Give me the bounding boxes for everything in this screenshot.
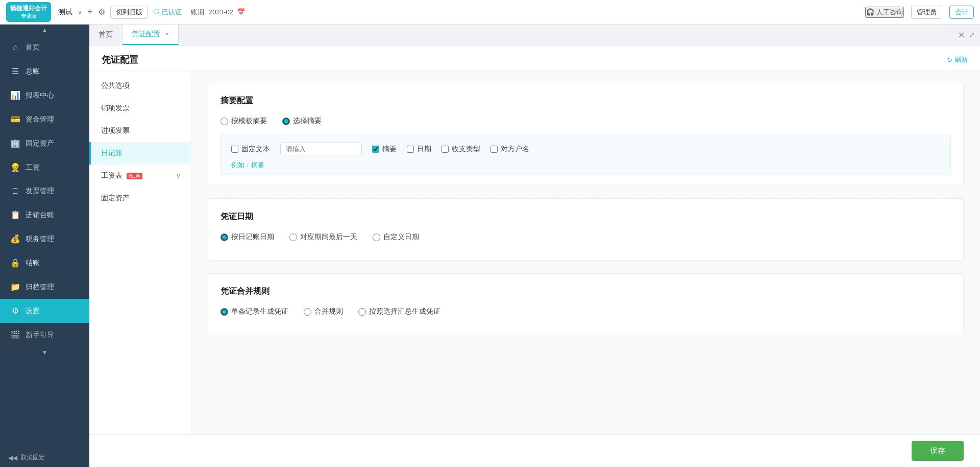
project-chevron-icon[interactable]: ∨ (78, 9, 82, 16)
left-nav-payroll-table[interactable]: 工资表 NEW ∨ (89, 165, 191, 187)
checkbox-summary[interactable]: 摘要 (372, 145, 397, 154)
config-layout: 公共选项 销项发票 进项发票 日记账 工资表 NEW (89, 71, 980, 434)
sidebar-item-guide[interactable]: 🎬 新手引导 (0, 323, 89, 347)
logo-edition: 专业版 (21, 13, 36, 20)
top-bar: 畅捷通好会计 专业版 测试 ∨ + ⚙ 切到旧版 🛡 已认证 账期 2023-0… (0, 0, 980, 25)
radio-merge-rule[interactable]: 合并规则 (304, 307, 343, 316)
checkbox-fixed-text[interactable]: 固定文本 (231, 145, 270, 154)
sidebar-item-settings[interactable]: ⚙ 设置 (0, 299, 89, 323)
report-icon: 📊 (10, 90, 20, 100)
tab-close-icon[interactable]: × (165, 31, 169, 38)
panel-close-button[interactable]: ✕ (958, 30, 965, 40)
checkbox-counterpart[interactable]: 对方户名 (491, 145, 529, 154)
close-account-icon: 🔒 (10, 258, 20, 268)
save-bar: 保存 (89, 434, 980, 467)
archive-icon: 📁 (10, 282, 20, 292)
logo-title: 畅捷通好会计 (10, 4, 47, 13)
left-nav-purchase-invoice[interactable]: 进项发票 (89, 120, 191, 142)
settings-gear-icon[interactable]: ⚙ (98, 7, 105, 17)
radio-single-record-input[interactable] (220, 308, 228, 316)
checkbox-income-type[interactable]: 收支类型 (442, 145, 480, 154)
switch-version-button[interactable]: 切到旧版 (110, 6, 148, 19)
settings-icon: ⚙ (10, 306, 20, 316)
admin-button[interactable]: 管理员 (911, 6, 942, 19)
sidebar-item-archive[interactable]: 📁 归档管理 (0, 275, 89, 299)
sidebar-item-ledger[interactable]: ☰ 总账 (0, 59, 89, 83)
radio-template-summary-input[interactable] (220, 118, 228, 125)
checkbox-date[interactable]: 日期 (407, 145, 431, 154)
tab-home[interactable]: 首页 (89, 25, 122, 44)
sidebar-item-report[interactable]: 📊 报表中心 (0, 83, 89, 107)
sidebar-item-home[interactable]: ⌂ 首页 (0, 36, 89, 59)
date-radio-group: 按日记账日期 对应期间最后一天 自定义日期 (220, 232, 951, 242)
home-icon: ⌂ (10, 43, 20, 52)
period-label: 账期 2023-02 📅 (191, 8, 246, 17)
save-button[interactable]: 保存 (912, 441, 964, 461)
date-title: 凭证日期 (220, 212, 951, 222)
support-button[interactable]: 🎧 人工咨询 (865, 7, 904, 18)
fixed-text-input[interactable] (280, 143, 362, 155)
checkbox-fixed-text-input[interactable] (231, 146, 238, 153)
sidebar-item-tax[interactable]: 💰 税务管理 (0, 227, 89, 251)
radio-select-summary-merge[interactable]: 按照选择汇总生成凭证 (358, 307, 440, 316)
left-nav-sales-invoice[interactable]: 销项发票 (89, 97, 191, 120)
date-section: 凭证日期 按日记账日期 对应期间最后一天 (208, 199, 964, 261)
config-panel: 摘要配置 按模板摘要 选择摘要 (191, 71, 980, 434)
tax-icon: 💰 (10, 234, 20, 244)
sidebar-item-capital[interactable]: 💳 资金管理 (0, 107, 89, 131)
radio-journal-date[interactable]: 按日记账日期 (220, 232, 274, 242)
payroll-icon: 👷 (10, 162, 20, 172)
project-name: 测试 (58, 8, 72, 17)
sidebar-item-fixed-asset-main[interactable]: 🏢 固定资产 (0, 131, 89, 155)
merge-radio-group: 单条记录生成凭证 合并规则 按照选择汇总生成凭证 (220, 307, 951, 316)
refresh-button[interactable]: ↻ 刷新 (947, 55, 968, 64)
radio-select-summary[interactable]: 选择摘要 (282, 116, 322, 126)
sidebar-scroll-up[interactable]: ▲ (0, 25, 89, 36)
chevron-down-icon: ∨ (176, 172, 181, 179)
radio-period-last-input[interactable] (289, 233, 297, 241)
panel-expand-icon[interactable]: ⤢ (969, 31, 975, 39)
headset-icon: 🎧 (866, 8, 874, 16)
radio-custom-date[interactable]: 自定义日期 (373, 232, 419, 242)
sidebar-item-payroll[interactable]: 👷 工资 (0, 155, 89, 179)
merge-title: 凭证合并规则 (220, 286, 951, 297)
radio-period-last[interactable]: 对应期间最后一天 (289, 232, 357, 242)
calendar-icon[interactable]: 📅 (237, 8, 245, 16)
radio-custom-date-input[interactable] (373, 233, 380, 241)
radio-select-summary-input[interactable] (282, 118, 290, 125)
content-area: 首页 凭证配置 × ✕ ⤢ 凭证配置 ↻ 刷新 (89, 25, 980, 467)
app-logo: 畅捷通好会计 专业版 (6, 2, 51, 22)
summary-section: 摘要配置 按模板摘要 选择摘要 (208, 83, 964, 186)
tab-voucher-config[interactable]: 凭证配置 × (122, 25, 179, 45)
checkbox-date-input[interactable] (407, 146, 414, 153)
left-nav-journal[interactable]: 日记账 (89, 142, 191, 165)
tab-bar-actions: ✕ ⤢ (958, 30, 980, 40)
radio-select-summary-merge-input[interactable] (358, 308, 366, 316)
sub-config-row: 固定文本 摘要 日期 (231, 143, 940, 155)
sidebar-item-invoice-mgmt[interactable]: 🗒 发票管理 (0, 179, 89, 203)
guide-icon: 🎬 (10, 330, 20, 340)
checkbox-income-type-input[interactable] (442, 146, 449, 153)
shield-icon: 🛡 (153, 8, 160, 16)
period-value: 2023-02 (209, 8, 233, 16)
capital-icon: 💳 (10, 114, 20, 124)
sidebar-item-purchase-sales[interactable]: 📋 进销台账 (0, 203, 89, 227)
sidebar-item-close[interactable]: 🔒 结账 (0, 251, 89, 275)
fixed-asset-main-icon: 🏢 (10, 138, 20, 148)
checkbox-counterpart-input[interactable] (491, 146, 498, 153)
left-nav-fixed-asset[interactable]: 固定资产 (89, 187, 191, 209)
accountant-button[interactable]: 会计 (949, 6, 974, 19)
radio-merge-rule-input[interactable] (304, 308, 311, 316)
sidebar-scroll-down[interactable]: ▼ (0, 347, 89, 358)
page-title: 凭证配置 (102, 54, 138, 66)
cancel-fixed-button[interactable]: ◀◀ 取消固定 (0, 448, 89, 467)
radio-single-record[interactable]: 单条记录生成凭证 (220, 307, 288, 316)
radio-journal-date-input[interactable] (220, 233, 228, 241)
unpin-icon: ◀◀ (8, 454, 17, 461)
checkbox-summary-input[interactable] (372, 146, 379, 153)
radio-template-summary[interactable]: 按模板摘要 (220, 116, 267, 126)
refresh-icon: ↻ (947, 56, 952, 64)
add-button[interactable]: + (87, 7, 93, 17)
main-layout: ▲ ⌂ 首页 ☰ 总账 📊 报表中心 💳 资金管理 🏢 固定资产 👷 工资 🗒 … (0, 25, 980, 467)
left-nav-public[interactable]: 公共选项 (89, 75, 191, 97)
